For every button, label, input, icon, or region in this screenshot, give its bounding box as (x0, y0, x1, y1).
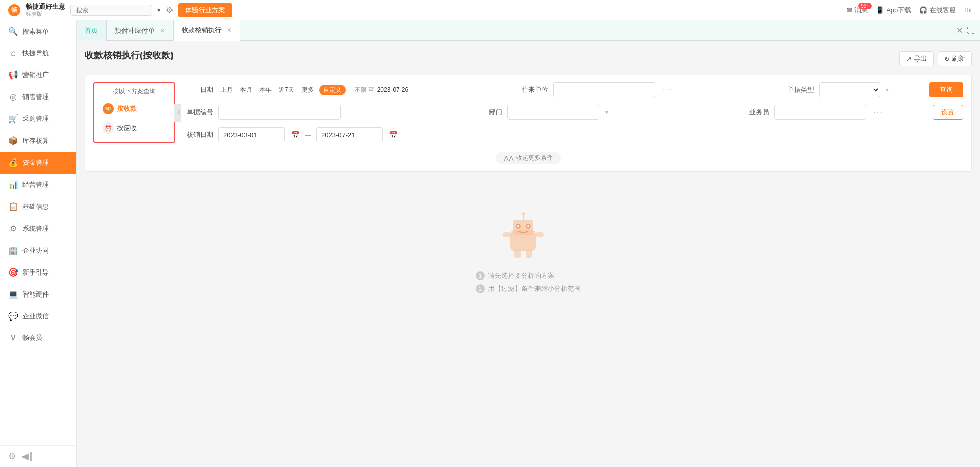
search-input[interactable] (70, 5, 152, 16)
phone-icon: 📱 (876, 6, 884, 14)
filter-sidebar-collapse[interactable]: 《 (174, 104, 181, 122)
collapse-more-button[interactable]: ⋀⋀ 收起更多条件 (496, 152, 561, 164)
date-more[interactable]: 更多 (300, 85, 316, 95)
content-wrapper: 收款核销执行(按收款) ↗ 导出 ↻ 刷新 (85, 49, 972, 324)
tabbar-close-all-icon[interactable]: ✕ (956, 26, 963, 35)
filter-header-row: 按以下方案查询 💴 按收款 ⏰ 按应收 《 (93, 82, 963, 150)
solution-button[interactable]: 体验行业方案 (178, 3, 232, 17)
sidebar-item-label: 基础信息 (22, 202, 49, 211)
verify-date-separator: — (305, 131, 311, 139)
empty-hints: 1 请先选择要分析的方案 2 用【过滤】条件来缩小分析范围 (476, 271, 581, 293)
wechat-icon: 💬 (8, 311, 18, 321)
sidebar-collapse-icon[interactable]: ◀‖ (21, 451, 33, 462)
sidebar-item-hardware[interactable]: 💻 智能硬件 (0, 283, 76, 305)
search-icon: 🔍 (8, 27, 18, 36)
sidebar-item-finance[interactable]: 💰 资金管理 (0, 152, 76, 174)
svg-rect-8 (503, 232, 511, 237)
by-receipt-icon: 💴 (103, 103, 114, 114)
topbar: 畅 畅捷通好生意 标准版 ▾ ⚙ 体验行业方案 ✉ 消息 99+ 📱 App下载… (0, 0, 980, 20)
verify-date-end-input[interactable] (316, 127, 383, 142)
verify-date-end-calendar-icon[interactable]: 📅 (389, 131, 398, 139)
message-badge: 99+ (858, 3, 872, 9)
tab-receipt-verify[interactable]: 收款核销执行 ✕ (174, 20, 240, 41)
doc-no-input[interactable] (218, 105, 341, 120)
sidebar-item-system[interactable]: ⚙ 系统管理 (0, 217, 76, 239)
settings-icon[interactable]: ⚙ (166, 5, 173, 15)
sidebar-item-label: 畅会员 (22, 333, 42, 342)
tab-prepay[interactable]: 预付冲应付单 ✕ (107, 20, 174, 41)
message-button[interactable]: ✉ 消息 99+ (847, 6, 868, 15)
staff-dots-icon[interactable]: ··· (873, 108, 883, 117)
export-button[interactable]: ↗ 导出 (899, 51, 934, 66)
online-service-button[interactable]: 🎧 在线客服 (919, 6, 956, 15)
date-unlimited-row: 不限 至 2023-07-26 (355, 86, 408, 94)
doc-type-select[interactable] (819, 82, 880, 97)
dept-label: 部门 (474, 108, 502, 117)
sidebar-item-inventory[interactable]: 📦 库存核算 (0, 130, 76, 152)
system-icon: ⚙ (8, 224, 18, 233)
tab-prepay-close-icon[interactable]: ✕ (160, 27, 165, 34)
logo: 畅 (8, 4, 20, 16)
date-value: 2023-07-26 (377, 86, 408, 93)
sidebar-item-label: 营销推广 (22, 70, 49, 80)
app-download-button[interactable]: 📱 App下载 (876, 6, 911, 15)
filter-option-by-receipt[interactable]: 💴 按收款 (94, 99, 174, 118)
sidebar-gear-icon[interactable]: ⚙ (8, 451, 16, 462)
tab-receipt-close-icon[interactable]: ✕ (227, 27, 232, 34)
home-icon: ⌂ (8, 48, 18, 58)
sidebar-item-basic[interactable]: 📋 基础信息 (0, 195, 76, 217)
page-actions: ↗ 导出 ↻ 刷新 (899, 51, 972, 66)
member-icon: V (8, 334, 18, 342)
dropdown-arrow-icon[interactable]: ▾ (157, 6, 161, 14)
brand-name: 畅捷通好生意 (26, 3, 65, 11)
partner-dots-icon[interactable]: ··· (663, 85, 672, 94)
refresh-icon: ↻ (944, 55, 950, 63)
sidebar-item-search[interactable]: 🔍 搜索菜单 (0, 20, 76, 42)
sidebar-item-operations[interactable]: 📊 经营管理 (0, 174, 76, 195)
topbar-left: 畅 畅捷通好生意 标准版 ▾ ⚙ 体验行业方案 (8, 3, 232, 17)
tabbar-actions: ✕ ⛶ (951, 26, 980, 35)
sidebar-item-sales[interactable]: ◎ 销售管理 (0, 86, 76, 108)
marketing-icon: 📢 (8, 70, 18, 80)
sidebar-item-member[interactable]: V 畅会员 (0, 327, 76, 349)
staff-input[interactable] (774, 105, 866, 120)
refresh-button[interactable]: ↻ 刷新 (938, 51, 972, 66)
sidebar-item-label: 快捷导航 (22, 48, 49, 58)
date-this-year[interactable]: 本年 (257, 85, 274, 95)
filter-option-by-receivable[interactable]: ⏰ 按应收 (94, 118, 174, 138)
dept-dropdown-icon[interactable]: ▾ (605, 109, 608, 116)
empty-state: 1 请先选择要分析的方案 2 用【过滤】条件来缩小分析范围 (85, 179, 972, 324)
dept-input[interactable] (507, 105, 599, 120)
sidebar: 🔍 搜索菜单 ⌂ 快捷导航 📢 营销推广 ◎ 销售管理 🛒 采购管理 📦 库存核… (0, 20, 77, 467)
doc-type-dropdown-icon[interactable]: ▾ (886, 86, 889, 93)
sidebar-item-enterprise[interactable]: 🏢 企业协同 (0, 239, 76, 261)
verify-date-start-calendar-icon[interactable]: 📅 (291, 131, 300, 139)
filter-sidebar: 按以下方案查询 💴 按收款 ⏰ 按应收 《 (93, 82, 175, 143)
tabbar: 首页 预付冲应付单 ✕ 收款核销执行 ✕ ✕ ⛶ (77, 20, 980, 41)
sidebar-item-label: 企业微信 (22, 312, 49, 321)
sidebar-item-guide[interactable]: 🎯 新手引导 (0, 261, 76, 283)
partner-input[interactable] (553, 82, 655, 97)
date-this-month[interactable]: 本月 (238, 85, 254, 95)
verify-date-start-input[interactable] (218, 127, 285, 142)
tab-home[interactable]: 首页 (77, 20, 107, 41)
empty-icon-container (498, 210, 559, 261)
date-last-month[interactable]: 上月 (218, 85, 235, 95)
sidebar-item-nav[interactable]: ⌂ 快捷导航 (0, 42, 76, 64)
date-custom[interactable]: 自定义 (319, 85, 346, 95)
date-label: 日期 (185, 85, 213, 94)
message-icon: ✉ (847, 6, 852, 14)
doc-no-label: 单据编号 (185, 108, 213, 117)
sidebar-item-wechat[interactable]: 💬 企业微信 (0, 305, 76, 327)
tabbar-expand-icon[interactable]: ⛶ (967, 26, 975, 35)
sidebar-item-label: 系统管理 (22, 224, 49, 233)
sidebar-item-purchase[interactable]: 🛒 采购管理 (0, 108, 76, 130)
sidebar-item-label: 智能硬件 (22, 290, 49, 299)
settings-button[interactable]: 设置 (933, 105, 963, 120)
query-button[interactable]: 查询 (929, 82, 963, 97)
filter-row-3: 核销日期 📅 — 📅 (185, 127, 963, 142)
sidebar-bottom: ⚙ ◀‖ (0, 445, 76, 467)
date-7days[interactable]: 近7天 (277, 85, 297, 95)
sidebar-item-marketing[interactable]: 📢 营销推广 (0, 64, 76, 86)
hint-text-1: 请先选择要分析的方案 (488, 271, 554, 280)
